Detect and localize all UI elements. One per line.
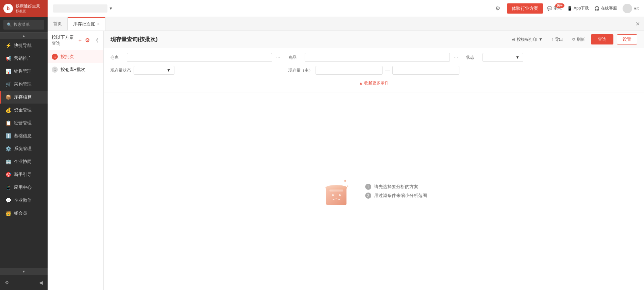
refresh-button[interactable]: ↻ 刷新 — [569, 35, 588, 44]
sidebar-item-finance[interactable]: 💰 资金管理 — [0, 104, 48, 116]
user-avatar — [623, 4, 632, 13]
topbar-search-area: ▼ — [53, 4, 489, 13]
scheme-item-by-warehouse-batch[interactable]: ⊙ 按仓库+批次 — [48, 63, 103, 76]
export-icon: ↑ — [552, 37, 554, 42]
settings-button[interactable]: 设置 — [617, 34, 637, 44]
sidebar: b 畅康通好生意 标准版 🔍 搜索菜单 ▲ ⚡ 快捷导航 📢 营销推广 📊 销售… — [0, 0, 48, 290]
sidebar-item-enterprise[interactable]: 🏢 企业协同 — [0, 155, 48, 168]
sidebar-item-system[interactable]: ⚙️ 系统管理 — [0, 142, 48, 155]
sidebar-item-purchase[interactable]: 🛒 采购管理 — [0, 78, 48, 91]
print-dropdown-icon: ▼ — [539, 37, 543, 42]
stock-status-select[interactable]: ▼ — [134, 66, 174, 75]
topbar-search-input[interactable] — [53, 4, 107, 13]
messages-item[interactable]: 💬 消息 99+ — [547, 5, 562, 11]
app-center-icon: 📱 — [5, 184, 11, 191]
query-button[interactable]: 查询 — [591, 34, 613, 44]
warehouse-input[interactable] — [127, 53, 272, 62]
stock-status-filter-group: 现存量状态 ▼ — [111, 66, 282, 75]
tab-home[interactable]: 首页 — [48, 17, 68, 30]
footer-collapse-button[interactable]: ◀ — [38, 278, 44, 287]
content-area: 按以下方案查询 + ⚙ 《 ⊙ 按批次 ⊙ 按仓库+批次 — [48, 31, 644, 290]
company-name: 畅康通好生意 — [16, 3, 40, 9]
print-button[interactable]: 🖨 按模板打印 ▼ — [509, 35, 545, 44]
scheme-icon-active: ⊙ — [52, 54, 58, 60]
collapse-row: ▲ 收起更多条件 — [111, 79, 637, 87]
scheme-icon-inactive: ⊙ — [52, 67, 58, 73]
collapse-more-button[interactable]: ▲ 收起更多条件 — [359, 80, 389, 86]
add-scheme-button[interactable]: + — [78, 38, 82, 43]
phone-icon: 📱 — [567, 6, 572, 11]
topbar-settings-button[interactable]: ⚙ — [493, 3, 503, 14]
status-filter-group: 状态 ▼ — [466, 53, 637, 62]
left-panel: 按以下方案查询 + ⚙ 《 ⊙ 按批次 ⊙ 按仓库+批次 — [48, 31, 104, 290]
sidebar-item-wechat[interactable]: 💬 企业微信 — [0, 194, 48, 207]
topbar-dropdown-button[interactable]: ▼ — [109, 6, 113, 11]
edition-label: 标准版 — [16, 9, 40, 14]
stock-status-label: 现存量状态 — [111, 68, 131, 73]
page-title-actions: 🖨 按模板打印 ▼ ↑ 导出 ↻ 刷新 查询 设置 — [509, 34, 637, 44]
sidebar-item-inventory[interactable]: 📦 库存核算 — [0, 91, 48, 104]
export-button[interactable]: ↑ 导出 — [549, 35, 566, 44]
tab-close-button[interactable]: × — [97, 22, 100, 26]
trial-btn[interactable]: 体验行业方案 — [507, 3, 543, 14]
sidebar-item-label: 库存核算 — [14, 94, 32, 100]
stock-qty-min-input[interactable] — [316, 66, 383, 75]
footer-settings-button[interactable]: ⚙ — [3, 278, 11, 287]
product-filter-group: 商品 ··· — [288, 53, 459, 62]
app-download-item[interactable]: 📱 App下载 — [567, 5, 589, 11]
main-panel: 现存量查询(按批次) 🖨 按模板打印 ▼ ↑ 导出 ↻ 刷新 — [104, 31, 644, 290]
gear-icon: ⚙ — [85, 37, 90, 43]
warehouse-label: 仓库 — [111, 55, 124, 60]
system-icon: ⚙️ — [5, 146, 11, 152]
topbar-right: 💬 消息 99+ 📱 App下载 🎧 在线客服 Rit — [547, 4, 639, 13]
empty-tip-1: 1 请先选择要分析的方案 — [365, 184, 427, 190]
empty-tips: 1 请先选择要分析的方案 2 用过滤条件来缩小分析范围 — [365, 184, 427, 199]
headset-icon: 🎧 — [594, 6, 599, 11]
quick-nav-icon: ⚡ — [5, 42, 11, 49]
sidebar-item-sales[interactable]: 📊 销售管理 — [0, 65, 48, 78]
scheme-item-by-batch[interactable]: ⊙ 按批次 — [48, 50, 103, 63]
svg-text:✦: ✦ — [343, 178, 347, 184]
svg-point-3 — [332, 194, 334, 196]
scheme-settings-button[interactable]: ⚙ — [84, 38, 90, 43]
online-service-item[interactable]: 🎧 在线客服 — [594, 5, 617, 11]
sidebar-header: b 畅康通好生意 标准版 — [0, 0, 48, 17]
app-logo: b — [3, 4, 13, 13]
sidebar-item-member[interactable]: 👑 畅会员 — [0, 207, 48, 220]
stock-qty-max-input[interactable] — [392, 66, 459, 75]
left-panel-header: 按以下方案查询 + ⚙ 《 — [48, 31, 103, 50]
chevron-up-icon: ▲ — [359, 81, 363, 86]
sidebar-item-app-center[interactable]: 📱 应用中心 — [0, 181, 48, 194]
member-icon: 👑 — [5, 210, 11, 216]
tabs-close-all-button[interactable]: ✕ — [631, 21, 644, 27]
product-input[interactable] — [305, 53, 450, 62]
wechat-icon: 💬 — [5, 197, 11, 203]
svg-point-4 — [339, 194, 341, 196]
empty-svg: ✦ ✦ — [321, 174, 355, 208]
sidebar-item-label: 系统管理 — [14, 146, 32, 152]
collapse-panel-button[interactable]: 《 — [92, 38, 99, 43]
sidebar-item-marketing[interactable]: 📢 营销推广 — [0, 52, 48, 65]
sidebar-item-operations[interactable]: 📋 经营管理 — [0, 116, 48, 129]
product-more-button[interactable]: ··· — [453, 54, 459, 61]
sidebar-item-label: 新手引导 — [14, 171, 32, 178]
sidebar-item-quick-nav[interactable]: ⚡ 快捷导航 — [0, 39, 48, 52]
tab-inventory-batch[interactable]: 库存批次账 × — [68, 17, 105, 31]
newbie-icon: 🎯 — [5, 171, 11, 178]
empty-tip-2: 2 用过滤条件来缩小分析范围 — [365, 193, 427, 199]
filter-area: 仓库 ··· 商品 ··· 状态 ▼ — [104, 48, 644, 92]
sidebar-item-newbie[interactable]: 🎯 新手引导 — [0, 168, 48, 181]
page-title-bar: 现存量查询(按批次) 🖨 按模板打印 ▼ ↑ 导出 ↻ 刷新 — [104, 31, 644, 48]
filter-row-2: 现存量状态 ▼ 现存量（主） — — [111, 66, 637, 75]
status-select[interactable]: ▼ — [482, 53, 523, 62]
scroll-up-button[interactable]: ▲ — [0, 33, 48, 39]
warehouse-more-button[interactable]: ··· — [275, 54, 282, 61]
sidebar-item-label: 资金管理 — [14, 107, 32, 113]
scroll-down-button[interactable]: ▼ — [0, 268, 48, 275]
sidebar-item-basic-info[interactable]: ℹ️ 基础信息 — [0, 129, 48, 142]
search-menu-button[interactable]: 🔍 搜索菜单 — [3, 20, 44, 30]
empty-content: ✦ ✦ 1 请先选择要分析的方案 2 用过滤条件来缩小分析范围 — [321, 174, 427, 208]
left-panel-title: 按以下方案查询 — [52, 34, 78, 47]
sidebar-item-label: 营销推广 — [14, 55, 32, 61]
user-item[interactable]: Rit — [623, 4, 639, 13]
